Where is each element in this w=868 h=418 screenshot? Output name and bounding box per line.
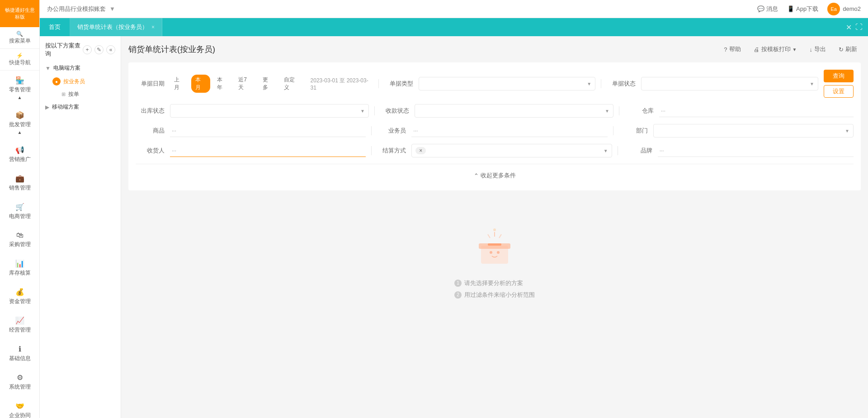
date-field: 上月 本月 本年 近7天 更多 自定义 2023-03-01 至 2023-03… — [170, 75, 373, 93]
date-btn-custom[interactable]: 自定义 — [280, 75, 304, 93]
sidebar-quick-nav[interactable]: ⚡ 快捷导航 — [0, 49, 39, 71]
app-download-action[interactable]: 📱 App下载 — [787, 5, 818, 13]
goods-field[interactable]: ··· — [170, 124, 366, 137]
collapse-panel-btn[interactable]: « — [106, 45, 115, 54]
settlement-tag-close[interactable]: × — [419, 147, 422, 154]
sidebar-item-ecommerce[interactable]: 🛒 电商管理 — [0, 197, 39, 226]
pc-group-label: 电脑端方案 — [53, 64, 80, 72]
sidebar-item-retail[interactable]: 🏪 零售管理 ▲ — [0, 71, 39, 105]
inventory-icon: 📊 — [15, 259, 24, 268]
add-plan-btn[interactable]: + — [83, 45, 92, 54]
user-profile[interactable]: Ea demo2 — [827, 3, 861, 15]
sidebar-item-inventory[interactable]: 📊 库存核算 — [0, 254, 39, 282]
tip-1-text: 请先选择要分析的方案 — [464, 277, 523, 289]
sidebar-search[interactable]: 🔍 搜索菜单 — [0, 27, 39, 49]
warehouse-field[interactable]: ··· — [659, 104, 854, 117]
doc-type-select[interactable]: ▼ — [419, 77, 596, 90]
dept-select[interactable]: ▼ — [653, 124, 854, 138]
date-btn-7days[interactable]: 近7天 — [234, 75, 256, 93]
sidebar-item-finance[interactable]: 💰 资金管理 — [0, 282, 39, 311]
help-btn[interactable]: ? 帮助 — [720, 43, 744, 55]
sidebar-item-label: 基础信息 — [9, 355, 31, 362]
refresh-btn[interactable]: ↻ 刷新 — [835, 43, 861, 55]
sidebar-item-system[interactable]: ⚙ 系统管理 — [0, 368, 39, 396]
divider-3 — [374, 106, 375, 115]
print-arrow-icon: ▼ — [793, 47, 797, 52]
sidebar-item-sales[interactable]: 💼 销售管理 — [0, 169, 39, 197]
dept-label: 部门 — [619, 127, 648, 135]
tip-num-1: 1 — [454, 280, 462, 287]
plan-item-by-salesman[interactable]: ● 按业务员 — [40, 75, 121, 88]
settings-button[interactable]: 设置 — [824, 85, 854, 98]
left-panel-title: 按以下方案查询 — [45, 42, 83, 58]
print-btn[interactable]: 🖨 按模板打印 ▼ — [750, 43, 801, 55]
sidebar-item-wholesale[interactable]: 📦 批发管理 ▲ — [0, 105, 39, 140]
receiver-label: 收货人 — [136, 147, 165, 155]
divider-7 — [371, 146, 372, 155]
left-panel-header: 按以下方案查询 + ✎ « — [40, 42, 121, 62]
date-btn-this-year[interactable]: 本年 — [213, 75, 231, 93]
close-tab-btn[interactable]: ✕ — [846, 23, 852, 32]
sidebar-item-label: 零售管理 — [9, 86, 31, 94]
out-status-select[interactable]: ▼ — [170, 104, 369, 118]
sidebar: 畅捷通好生意 标版 🔍 搜索菜单 ⚡ 快捷导航 🏪 零售管理 ▲ 📦 批发管理 … — [0, 0, 40, 418]
plan-by-salesman-label: 按业务员 — [63, 78, 85, 86]
date-btn-this-month[interactable]: 本月 — [191, 75, 210, 93]
collapse-row: ⌃ 收起更多条件 — [136, 164, 854, 183]
payment-status-select[interactable]: ▼ — [415, 104, 613, 118]
svg-line-4 — [488, 234, 490, 238]
sidebar-item-operations[interactable]: 📈 经营管理 — [0, 311, 39, 339]
doc-status-select[interactable]: ▼ — [641, 77, 818, 90]
sidebar-nav: 🏪 零售管理 ▲ 📦 批发管理 ▲ 📢 营销推广 💼 销售管理 🛒 电商管理 🛍… — [0, 71, 39, 418]
sidebar-item-basic-info[interactable]: ℹ 基础信息 — [0, 339, 39, 368]
svg-line-5 — [499, 234, 501, 238]
finance-icon: 💰 — [15, 288, 24, 296]
payment-status-arrow: ▼ — [605, 109, 609, 114]
tab-close-button[interactable]: × — [151, 24, 155, 30]
edit-plan-btn[interactable]: ✎ — [94, 45, 104, 54]
maximize-tab-btn[interactable]: ⛶ — [855, 23, 863, 31]
sidebar-item-label: 系统管理 — [9, 383, 31, 391]
filter-row-2: 出库状态 ▼ 收款状态 ▼ 仓库 ··· — [136, 104, 854, 118]
page-title: 销货单统计表(按业务员) — [128, 44, 215, 55]
tip-2-text: 用过滤条件来缩小分析范围 — [464, 289, 535, 301]
messages-action[interactable]: 💬 消息 — [757, 5, 778, 13]
header-left: 办公用品行业模拟账套 ▼ — [47, 5, 115, 13]
date-range-text: 2023-03-01 至 2023-03-31 — [311, 77, 373, 91]
help-icon: ? — [724, 46, 727, 53]
doc-type-label: 单据类型 — [384, 80, 413, 88]
goods-more-icon: ··· — [172, 128, 176, 134]
svg-point-6 — [493, 228, 496, 231]
collapse-icon: « — [109, 47, 113, 53]
mobile-group-header[interactable]: ▶ 移动端方案 — [40, 100, 121, 114]
sidebar-item-enterprise[interactable]: 🤝 企业协同 — [0, 396, 39, 418]
salesman-field[interactable]: ··· — [411, 124, 607, 137]
filter-card: 单据日期 上月 本月 本年 近7天 更多 自定义 2023-03-01 至 20… — [128, 62, 861, 190]
doc-type-arrow: ▼ — [587, 81, 591, 86]
sidebar-item-purchase[interactable]: 🛍 采购管理 — [0, 226, 39, 254]
tab-home[interactable]: 首页 — [40, 18, 70, 36]
brand-field[interactable]: ··· — [658, 144, 854, 157]
pc-group-header[interactable]: ▼ 电脑端方案 — [40, 62, 121, 75]
left-panel-actions: + ✎ « — [83, 45, 115, 54]
date-btn-more[interactable]: 更多 — [259, 75, 277, 93]
export-btn[interactable]: ↓ 导出 — [806, 43, 830, 55]
add-icon: + — [85, 47, 89, 53]
plan-item-by-order[interactable]: ⊞ 按单 — [45, 88, 121, 100]
sidebar-item-label: 营销推广 — [9, 156, 31, 163]
collapse-filters-btn[interactable]: ⌃ 收起更多条件 — [470, 168, 519, 183]
tab-sales-stats[interactable]: 销货单统计表（按业务员） × — [70, 18, 162, 36]
receiver-field[interactable]: ··· — [170, 144, 366, 157]
dropdown-arrow-icon[interactable]: ▼ — [109, 5, 115, 12]
date-label: 单据日期 — [136, 80, 165, 88]
settlement-label: 结算方式 — [377, 147, 406, 155]
date-btn-last-month[interactable]: 上月 — [170, 75, 189, 93]
empty-state: 1 请先选择要分析的方案 2 用过滤条件来缩小分析范围 — [128, 196, 861, 328]
sidebar-item-marketing[interactable]: 📢 营销推广 — [0, 140, 39, 169]
edit-icon: ✎ — [97, 47, 101, 53]
export-icon: ↓ — [810, 46, 813, 53]
mobile-group-arrow: ▶ — [45, 104, 49, 110]
settlement-select[interactable]: × ▼ — [411, 144, 612, 157]
wholesale-expand-icon: ▲ — [18, 130, 22, 135]
query-button[interactable]: 查询 — [824, 70, 854, 82]
